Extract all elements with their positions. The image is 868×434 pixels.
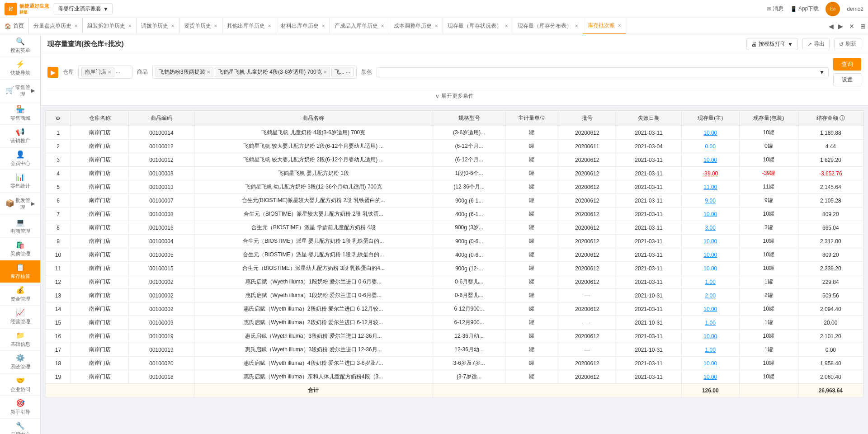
cell-qty[interactable]: 10.00 (681, 357, 739, 370)
close-icon[interactable]: ✕ (268, 24, 271, 28)
sidebar-item-basic-info[interactable]: 📁 基础信息 (0, 328, 40, 351)
tab-next-btn[interactable]: ▶ (836, 22, 845, 31)
warehouse-filter-input[interactable]: 南岸门店 ✕ ··· (78, 66, 132, 79)
cell-qty[interactable]: 11.00 (681, 180, 739, 194)
cell-qty[interactable]: 10.00 (681, 370, 739, 384)
more-products-btn[interactable]: ··· (346, 69, 350, 75)
tab-cailiaochuku[interactable]: 材料出库单历史 ✕ (276, 18, 330, 34)
cell-qty[interactable]: 10.00 (681, 330, 739, 343)
cell-qty[interactable]: -39.00 (681, 167, 739, 180)
cell-qty[interactable]: 10.00 (681, 302, 739, 316)
tab-xiancunliang2[interactable]: 现存量（库存分布表） ✕ (513, 18, 583, 34)
sidebar-item-members[interactable]: 👤 会员中心 (0, 147, 40, 170)
top-bar: 好 畅捷通好生意 标版 母婴行业演示账套 ▼ ✉ 消息 📱 App下载 Ea d… (0, 0, 868, 18)
remove-warehouse-tag-btn[interactable]: ✕ (108, 70, 111, 75)
tab-diaobodanli[interactable]: 调拨单历史 ✕ (137, 18, 179, 34)
cell-code: 00100002 (129, 302, 194, 316)
cell-qty[interactable]: 10.00 (681, 235, 739, 248)
cell-qty[interactable]: 1.00 (681, 316, 739, 330)
tab-xiancunliang1[interactable]: 现存量（库存状况表） ✕ (443, 18, 513, 34)
close-icon[interactable]: ✕ (214, 24, 217, 28)
sidebar-item-retail-shop[interactable]: 🏪 零售商城 (0, 102, 40, 125)
cell-qty[interactable]: 10.00 (681, 153, 739, 167)
remove-product-tag1-btn[interactable]: ✕ (207, 70, 210, 75)
ellipsis-btn[interactable]: ··· (116, 69, 120, 75)
expand-more-conditions-btn[interactable]: ∨ 展开更多条件 (47, 90, 861, 102)
remove-product-tag2-btn[interactable]: ✕ (323, 70, 327, 75)
product-filter-input[interactable]: 飞鹤奶粉3段两提装 ✕ 飞鹤星飞帆 儿童奶粉 4段(3-6岁适用) 700克 ✕… (152, 66, 357, 79)
product-tag-2: 飞鹤星飞帆 儿童奶粉 4段(3-6岁适用) 700克 ✕ (215, 67, 330, 77)
sidebar-item-marketing[interactable]: 📢 营销推广 (0, 125, 40, 147)
cell-qty[interactable]: 10.00 (681, 248, 739, 262)
tab-menu-btn[interactable]: ⊞ (858, 22, 868, 31)
sidebar-item-appcenter[interactable]: 🔧 应用中心 (0, 419, 40, 434)
tab-fenliangpandian[interactable]: 分量盘点单历史 ✕ (29, 18, 83, 34)
color-filter-dropdown[interactable]: ▼ (377, 67, 829, 77)
sidebar-item-retail-mgmt[interactable]: 🛒 零售管理 ▶ (0, 80, 40, 102)
total-balance: 26,968.64 (798, 384, 863, 397)
close-all-tabs-btn[interactable]: ✕ (845, 22, 858, 31)
export-btn[interactable]: ↗ 导出 (802, 38, 830, 50)
cell-qty[interactable]: 10.00 (681, 262, 739, 275)
cell-qty[interactable]: 3.00 (681, 221, 739, 235)
cell-qty[interactable]: 1.00 (681, 275, 739, 289)
app-download-btn[interactable]: 📱 App下载 (790, 5, 819, 13)
account-selector[interactable]: 母婴行业演示账套 ▼ (54, 3, 113, 14)
tab-zuzhangchaijian[interactable]: 组装拆卸单历史 ✕ (83, 18, 137, 34)
sidebar-item-operations[interactable]: 📈 经营管理 (0, 306, 40, 328)
query-btn[interactable]: 查询 (833, 58, 861, 71)
sidebar-item-collab[interactable]: 🤝 企业协同 (0, 373, 40, 396)
cell-name: 惠氏启赋（Wyeth illuma）1段奶粉 爱尔兰进口 0-6月婴... (194, 289, 433, 302)
close-icon[interactable]: ✕ (434, 24, 438, 28)
cell-pkg: 10罐 (739, 262, 798, 275)
refresh-btn[interactable]: ↺ 刷新 (834, 38, 861, 50)
tab-qitachuku[interactable]: 其他出库单历史 ✕ (222, 18, 276, 34)
close-icon[interactable]: ✕ (575, 24, 578, 28)
product-tag-1: 飞鹤奶粉3段两提装 ✕ (156, 67, 213, 77)
sidebar-item-wholesale[interactable]: 📦 批发管理 ▶ (0, 193, 40, 215)
cell-qty[interactable]: 0.00 (681, 140, 739, 153)
cell-batch: 20200612 (558, 248, 616, 262)
sidebar-item-newguide[interactable]: 🎯 新手引导 (0, 396, 40, 419)
tab-chengpinruku[interactable]: 产成品入库单历史 ✕ (330, 18, 389, 34)
filter-expand-btn[interactable]: ▶ (47, 67, 58, 78)
sidebar-item-system[interactable]: ⚙️ 系统管理 (0, 351, 40, 373)
th-gear[interactable]: ⚙ (46, 111, 71, 126)
sidebar-item-inventory[interactable]: 📋 库存核算 (0, 260, 40, 283)
sidebar-item-ecommerce[interactable]: 💻 电商管理 (0, 215, 40, 238)
cell-no: 12 (46, 275, 71, 289)
tab-label: 分量盘点单历史 (33, 22, 71, 30)
cell-batch: 20200612 (558, 262, 616, 275)
user-avatar[interactable]: Ea (826, 2, 840, 16)
setting-btn[interactable]: 设置 (833, 73, 861, 86)
sidebar-item-search[interactable]: 🔍 搜索英单 (0, 34, 40, 57)
username[interactable]: demo2 (847, 6, 863, 12)
close-icon[interactable]: ✕ (321, 24, 325, 28)
print-btn[interactable]: 🖨 按模板打印 ▼ (746, 38, 798, 50)
tab-yaohuo[interactable]: 要货单历史 ✕ (179, 18, 222, 34)
tab-home[interactable]: 🏠 首页 (0, 18, 29, 34)
th-unit: 主计量单位 (505, 111, 558, 126)
cell-qty[interactable]: 10.00 (681, 208, 739, 221)
sidebar-item-retail-stats[interactable]: 📊 零售统计 (0, 170, 40, 193)
cell-spec: 400g (0-6... (433, 248, 505, 262)
cell-qty[interactable]: 9.00 (681, 194, 739, 208)
close-icon[interactable]: ✕ (74, 24, 78, 28)
tab-prev-btn[interactable]: ◀ (826, 22, 836, 31)
close-icon[interactable]: ✕ (128, 24, 132, 28)
cell-name: 飞鹤星飞帆 婴儿配方奶粉 1段 (194, 167, 433, 180)
sidebar-item-purchase[interactable]: 🛍️ 采购管理 (0, 238, 40, 260)
cell-qty[interactable]: 2.00 (681, 289, 739, 302)
message-btn[interactable]: ✉ 消息 (767, 5, 783, 13)
tab-kucunpici[interactable]: 库存批次账 ✕ (583, 18, 626, 34)
cell-qty[interactable]: 1.00 (681, 343, 739, 357)
close-icon[interactable]: ✕ (171, 24, 175, 28)
tab-chengbentiaozhen[interactable]: 成本调整单历史 ✕ (389, 18, 443, 34)
close-icon[interactable]: ✕ (618, 23, 621, 28)
close-icon[interactable]: ✕ (505, 24, 508, 28)
sidebar-item-finance[interactable]: 💰 资金管理 (0, 283, 40, 306)
sidebar-item-quicknav[interactable]: ⚡ 快捷导航 (0, 57, 40, 80)
close-icon[interactable]: ✕ (381, 24, 384, 28)
export-label: 导出 (814, 40, 825, 48)
cell-qty[interactable]: 10.00 (681, 126, 739, 140)
